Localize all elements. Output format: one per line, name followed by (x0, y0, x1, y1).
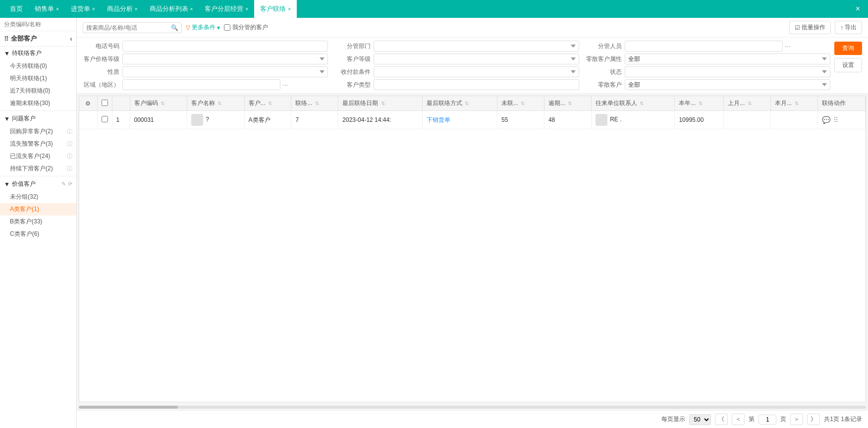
my-customers-checkbox[interactable] (224, 24, 230, 31)
close-all-tabs[interactable]: × (852, 4, 864, 13)
sidebar-item-class-c[interactable]: C类客户(6) (0, 228, 76, 240)
col-code[interactable]: 客户编码 ⇅ (130, 96, 187, 111)
nav-home[interactable]: 首页 (4, 4, 29, 13)
sidebar: 🔍 ⠿ 全部客户 ‹ ▼ 待联络客户 今天待联络(0) 明天待联络(1) 近7天… (0, 18, 77, 428)
sidebar-item-class-a[interactable]: A类客户(1) (0, 203, 76, 215)
page-size-select[interactable]: 50 (689, 414, 711, 425)
col-overdue[interactable]: 逾期... ⇅ (544, 96, 591, 111)
price-level-select[interactable] (122, 54, 328, 64)
col-this-month[interactable]: 本月... ⇅ (771, 96, 818, 111)
dept-select[interactable] (374, 41, 579, 52)
qr-icon[interactable]: ⠿ (833, 116, 838, 124)
close-purchase-tab[interactable]: × (92, 6, 95, 12)
close-analysis-list-tab[interactable]: × (190, 6, 193, 12)
sidebar-search-input[interactable] (4, 21, 77, 28)
tab-customer-segment[interactable]: 客户分层经营 × (199, 0, 254, 18)
row-customer-type-cell: A类客户 (244, 111, 291, 129)
col-name[interactable]: 客户名称 ⇅ (187, 96, 245, 111)
page-label: 第 (749, 415, 755, 424)
last-page-button[interactable]: 》 (807, 414, 820, 425)
value-customer-edit-icon[interactable]: ✎ (61, 181, 66, 187)
sidebar-item-week[interactable]: 近7天待联络(0) (0, 85, 76, 97)
tab-analysis-list[interactable]: 商品分析列表 × (144, 0, 199, 18)
horizontal-scrollbar[interactable] (77, 404, 868, 410)
first-page-button[interactable]: 《 (715, 414, 728, 425)
settings-button[interactable]: 设置 (834, 58, 862, 72)
repurchase-info-icon[interactable]: ⓘ (67, 128, 72, 135)
filter-actions: ☑ 批量操作 ↑ 导出 (789, 21, 862, 34)
sidebar-group-value-customer[interactable]: ▼ 价值客户 ✎ ⟳ (0, 177, 76, 191)
select-all-checkbox[interactable] (102, 100, 108, 106)
payment-label: 收付款条件 (334, 68, 374, 76)
sidebar-all-customers-label[interactable]: 全部客户 (11, 34, 37, 43)
col-last-month[interactable]: 上月... ⇅ (724, 96, 771, 111)
col-settings[interactable]: ⚙ (79, 96, 97, 111)
continuous-decline-info-icon[interactable]: ⓘ (67, 165, 72, 172)
value-customer-add-icon[interactable]: ⟳ (68, 181, 72, 187)
tab-customer-contact[interactable]: 客户联络 × (254, 0, 297, 18)
row-checkbox[interactable] (102, 116, 108, 122)
col-no-contact[interactable]: 未联... ⇅ (497, 96, 544, 111)
col-contact[interactable]: 联络... ⇅ (291, 96, 338, 111)
col-last-contact-date[interactable]: 最后联络日期 ⇅ (338, 96, 423, 111)
loss-warning-info-icon[interactable]: ⓘ (67, 140, 72, 148)
main-layout: 🔍 ⠿ 全部客户 ‹ ▼ 待联络客户 今天待联络(0) 明天待联络(1) 近7天… (0, 18, 868, 428)
batch-operation-button[interactable]: ☑ 批量操作 (789, 21, 831, 34)
divider-2 (0, 176, 76, 176)
sidebar-item-repurchase-abnormal[interactable]: 回购异常客户(2) ⓘ (0, 125, 76, 138)
sidebar-item-class-b[interactable]: B类客户(33) (0, 215, 76, 228)
pending-contact-label: 待联络客户 (12, 49, 42, 57)
sidebar-item-lost[interactable]: 已流失客户(24) ⓘ (0, 150, 76, 162)
this-year-sort-icon: ⇅ (699, 101, 703, 106)
scrollbar-thumb[interactable] (79, 406, 178, 409)
customer-type-input[interactable] (374, 79, 579, 90)
close-customer-segment-tab[interactable]: × (245, 6, 248, 12)
close-sales-tab[interactable]: × (56, 6, 59, 12)
prev-page-button[interactable]: ＜ (732, 414, 745, 425)
filter-search-input[interactable] (86, 24, 169, 31)
sidebar-collapse-icon[interactable]: ‹ (70, 35, 72, 43)
status-select[interactable] (625, 66, 830, 77)
payment-select[interactable] (374, 66, 579, 77)
col-unit-contacts[interactable]: 往来单位联系人 ⇅ (591, 96, 675, 111)
export-button[interactable]: ↑ 导出 (835, 21, 862, 34)
customer-avatar (191, 114, 203, 126)
query-button[interactable]: 查询 (834, 42, 862, 55)
sidebar-item-tomorrow[interactable]: 明天待联络(1) (0, 72, 76, 85)
last-contact-method-sort-icon: ⇅ (465, 101, 469, 106)
filter-bar: 🔍 ▽ 更多条件 ▾ 我分管的客户 ☑ 批量操作 ↑ 导出 (77, 18, 868, 38)
row-contact-cell: 7 (291, 111, 338, 129)
region-dots[interactable]: ··· (280, 81, 290, 89)
col-last-contact-method[interactable]: 最后联络方式 ⇅ (423, 96, 497, 111)
sidebar-item-loss-warning[interactable]: 流失预警客户(3) ⓘ (0, 138, 76, 150)
nature-select[interactable] (122, 66, 328, 77)
sidebar-item-unclassified[interactable]: 未分组(32) (0, 191, 76, 203)
last-contact-method-link[interactable]: 下销货单 (427, 116, 450, 123)
tab-purchase[interactable]: 进货单 × (65, 0, 101, 18)
scatter-select[interactable]: 全部 (625, 79, 830, 90)
region-input[interactable] (122, 79, 280, 90)
scatter-attr-select[interactable]: 全部 (625, 54, 830, 64)
close-analysis-tab[interactable]: × (135, 6, 138, 12)
chat-icon[interactable]: 💬 (822, 116, 830, 124)
filter-more-conditions[interactable]: ▽ 更多条件 ▾ (186, 23, 220, 32)
customer-level-select[interactable] (374, 54, 579, 64)
col-this-year[interactable]: 本年... ⇅ (675, 96, 724, 111)
sidebar-group-pending-contact[interactable]: ▼ 待联络客户 (0, 47, 76, 60)
sidebar-item-today[interactable]: 今天待联络(0) (0, 60, 76, 72)
tab-analysis[interactable]: 商品分析 × (101, 0, 144, 18)
tab-sales[interactable]: 销售单 × (29, 0, 65, 18)
next-page-button[interactable]: ＞ (790, 414, 803, 425)
person-input[interactable] (625, 41, 783, 52)
person-dots[interactable]: ··· (783, 42, 793, 50)
col-customer-type[interactable]: 客户... ⇅ (244, 96, 291, 111)
page-number-input[interactable] (759, 415, 776, 425)
sidebar-group-problem-customer[interactable]: ▼ 问题客户 (0, 112, 76, 125)
lost-info-icon[interactable]: ⓘ (67, 153, 72, 160)
sidebar-item-overdue[interactable]: 逾期未联络(30) (0, 97, 76, 109)
close-customer-contact-tab[interactable]: × (288, 6, 291, 12)
filter-search-icon[interactable]: 🔍 (171, 24, 178, 31)
filter-field-customer-type: 客户类型 (334, 79, 579, 90)
phone-input[interactable] (122, 41, 328, 52)
sidebar-item-continuous-decline[interactable]: 持续下滑客户(2) ⓘ (0, 162, 76, 175)
